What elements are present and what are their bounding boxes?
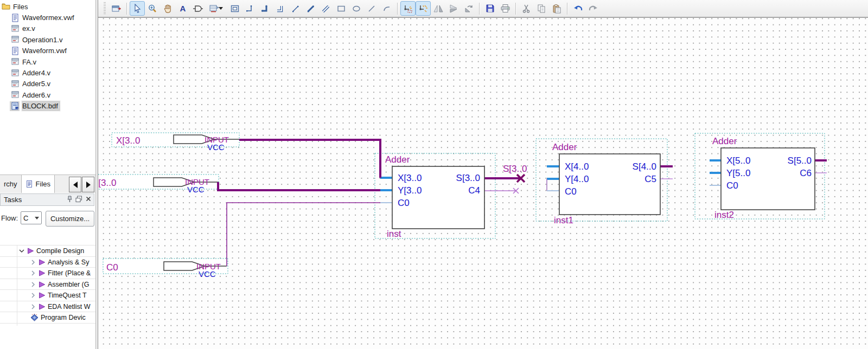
redo-button[interactable] xyxy=(585,1,601,16)
bus-wire-y[interactable] xyxy=(218,182,380,190)
block1-port-x: X[3..0 xyxy=(398,173,422,183)
chevron-expanded-icon[interactable] xyxy=(18,248,25,254)
text-tool-button[interactable]: A xyxy=(175,1,190,16)
flow-select[interactable]: C xyxy=(21,211,42,224)
task-row-timequest[interactable]: TimeQuest T xyxy=(0,290,95,301)
flip-vertical-button[interactable] xyxy=(446,1,461,16)
pin-c0-vcc-label: VCC xyxy=(199,269,216,279)
copy-button[interactable] xyxy=(534,1,549,16)
block1-port-c4: C4 xyxy=(468,185,480,196)
block2-instance-label: inst1 xyxy=(554,215,573,225)
task-label: Analysis & Sy xyxy=(48,258,89,266)
pin-x-name: X[3..0 xyxy=(116,135,140,146)
undo-button[interactable] xyxy=(570,1,585,16)
schematic-canvas[interactable]: X[3..0 INPUT VCC Y[3..0 INPUT VCC C0 INP… xyxy=(98,18,868,349)
file-item[interactable]: Adder5.v xyxy=(0,79,95,89)
diagonal-conduit-tool-button[interactable] xyxy=(318,1,334,16)
rectangle-tool-button[interactable] xyxy=(334,1,349,16)
task-row-program-device[interactable]: Program Devic xyxy=(0,312,95,324)
toolbar-drag-handle[interactable] xyxy=(104,2,106,15)
chevron-down-icon xyxy=(219,7,223,10)
chip-icon xyxy=(30,314,39,321)
flip-horizontal-icon xyxy=(433,4,444,13)
undo-icon xyxy=(573,4,583,13)
chevron-collapsed-icon[interactable] xyxy=(30,281,36,288)
zoom-tool-button[interactable] xyxy=(145,1,160,16)
folder-icon xyxy=(2,2,10,11)
hand-icon xyxy=(163,4,173,14)
block1-port-c0: C0 xyxy=(398,198,410,208)
block1-instance-label: inst xyxy=(387,229,401,239)
file-item[interactable]: Adder4.v xyxy=(0,67,95,78)
verilog-file-icon xyxy=(11,91,20,99)
rubberbanding-button[interactable] xyxy=(400,1,416,16)
rubberbanding-icon xyxy=(403,4,413,14)
tab-scroll-left-button[interactable] xyxy=(69,177,81,192)
file-item[interactable]: Waveform.vwf xyxy=(0,46,95,56)
chevron-collapsed-icon[interactable] xyxy=(30,270,36,276)
cut-button[interactable] xyxy=(519,1,534,16)
tasks-panel-header: Tasks xyxy=(0,193,94,206)
chevron-collapsed-icon[interactable] xyxy=(30,303,36,310)
task-row-compile-design[interactable]: Compile Design xyxy=(0,245,95,257)
rectangle-tool-icon xyxy=(336,4,346,14)
redo-icon xyxy=(588,4,598,13)
task-row-eda-netlist[interactable]: EDA Netlist W xyxy=(0,301,95,313)
diagonal-node-tool-button[interactable] xyxy=(288,1,303,16)
flip-horizontal-button[interactable] xyxy=(431,1,446,16)
arc-tool-button[interactable] xyxy=(379,1,394,16)
close-icon[interactable] xyxy=(85,196,92,202)
orthogonal-bus-tool-button[interactable] xyxy=(258,1,273,16)
chevron-collapsed-icon[interactable] xyxy=(30,259,36,266)
chevron-down-icon xyxy=(35,217,39,219)
pin-tool-button[interactable] xyxy=(190,1,206,16)
hand-tool-button[interactable] xyxy=(160,1,175,16)
task-row-assembler[interactable]: Assembler (G xyxy=(0,279,95,290)
detach-window-button[interactable] xyxy=(108,1,124,16)
task-play-icon xyxy=(39,270,46,276)
file-item[interactable]: Adder6.v xyxy=(0,89,95,100)
pin-icon[interactable] xyxy=(67,196,73,203)
block-tool-button[interactable] xyxy=(227,1,242,16)
pin-y-vcc-label: VCC xyxy=(187,185,205,194)
bdf-file-icon xyxy=(10,101,20,111)
ellipse-tool-button[interactable] xyxy=(349,1,364,16)
rotate-left-button[interactable] xyxy=(461,1,476,16)
rotate-left-icon xyxy=(463,4,474,14)
float-window-icon[interactable] xyxy=(75,196,82,203)
paste-button[interactable] xyxy=(549,1,564,16)
file-item[interactable]: FA.v xyxy=(0,56,95,67)
chevron-collapsed-icon[interactable] xyxy=(30,292,36,299)
file-item-label: Operation1.v xyxy=(22,36,62,44)
orthogonal-node-tool-button[interactable] xyxy=(242,1,258,16)
line-tool-button[interactable] xyxy=(364,1,379,16)
selection-tool-button[interactable] xyxy=(130,1,145,16)
partial-rubberbanding-button[interactable] xyxy=(416,1,431,16)
block1-port-s: S[3..0 xyxy=(456,173,480,183)
print-button[interactable] xyxy=(497,1,513,16)
file-item[interactable]: Operation1.v xyxy=(0,34,95,45)
tab-files[interactable]: Files xyxy=(21,175,55,193)
block3-port-s: S[5..0 xyxy=(788,156,812,166)
orthogonal-bus-icon xyxy=(260,4,270,14)
block2-title: Adder xyxy=(552,142,577,152)
tab-hierarchy[interactable]: rchy xyxy=(0,175,21,193)
file-item[interactable]: Waveformex.vwf xyxy=(0,12,95,23)
file-item-label: Waveform.vwf xyxy=(22,47,67,55)
paste-icon xyxy=(552,4,561,14)
diagonal-bus-tool-button[interactable] xyxy=(303,1,318,16)
tab-scroll-right-button[interactable] xyxy=(82,177,94,192)
customize-button[interactable]: Customize... xyxy=(46,211,94,227)
file-tree-root[interactable]: Files xyxy=(0,1,95,12)
orthogonal-conduit-tool-button[interactable] xyxy=(273,1,288,16)
waveform-file-icon xyxy=(11,47,20,55)
file-item[interactable]: ex.v xyxy=(0,23,95,34)
bus-wire-x[interactable] xyxy=(239,140,380,178)
save-button[interactable] xyxy=(482,1,497,16)
symbol-tool-dropdown-button[interactable] xyxy=(206,1,227,16)
file-item-selected[interactable]: BLOCK.bdf xyxy=(0,101,95,112)
toolbar-separator xyxy=(567,3,567,15)
task-row-fitter[interactable]: Fitter (Place & xyxy=(0,268,95,279)
task-row-analysis-synthesis[interactable]: Analysis & Sy xyxy=(0,257,95,268)
node-wire-c0[interactable] xyxy=(227,203,380,266)
